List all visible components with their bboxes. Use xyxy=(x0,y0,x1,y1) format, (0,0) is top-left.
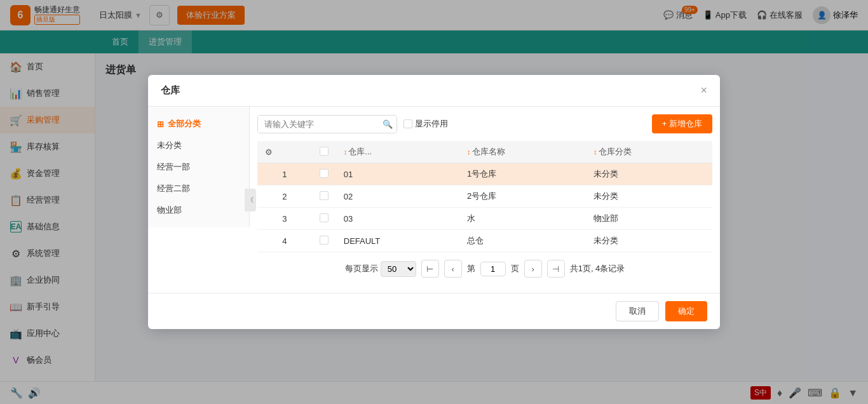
pagination: 每页显示 50 10 20 100 ⊢ ‹ 第 页 › ⊣ xyxy=(257,252,712,285)
add-warehouse-button[interactable]: + 新增仓库 xyxy=(652,114,712,133)
close-icon[interactable]: × xyxy=(700,84,707,97)
prev-page-button[interactable]: ‹ xyxy=(444,260,462,278)
row-name: 1号仓库 xyxy=(459,163,586,185)
table-row[interactable]: 2 02 2号仓库 未分类 xyxy=(257,185,712,208)
row-num: 4 xyxy=(257,230,312,252)
search-box: 🔍 xyxy=(257,115,397,133)
row-category: 物业部 xyxy=(586,208,712,230)
row-select-checkbox[interactable] xyxy=(320,236,329,245)
sort-icon-name: ↕ xyxy=(467,148,471,156)
show-disabled-toggle[interactable]: 显示停用 xyxy=(403,118,448,130)
category-operations1[interactable]: 经营一部 xyxy=(148,156,249,178)
table-area: 🔍 显示停用 + 新增仓库 ⚙ xyxy=(250,107,720,293)
search-input[interactable] xyxy=(258,116,377,133)
category-sidebar: ⊞ 全部分类 未分类 经营一部 经营二部 物业部 xyxy=(148,107,250,227)
warehouse-table: ⚙ ↕仓库... ↕仓库名称 xyxy=(257,141,712,252)
row-code: 03 xyxy=(336,208,459,230)
table-row[interactable]: 4 DEFAULT 总仓 未分类 xyxy=(257,230,712,252)
table-row[interactable]: 3 03 水 物业部 xyxy=(257,208,712,230)
category-operations2[interactable]: 经营二部 xyxy=(148,178,249,199)
per-page-select[interactable]: 50 10 20 100 xyxy=(381,261,416,277)
row-code: DEFAULT xyxy=(336,230,459,252)
cancel-button[interactable]: 取消 xyxy=(616,301,659,321)
grid-icon: ⊞ xyxy=(157,119,164,129)
per-page-selector: 每页显示 50 10 20 100 xyxy=(345,261,416,277)
show-disabled-checkbox[interactable] xyxy=(403,119,412,128)
row-name: 总仓 xyxy=(459,230,586,252)
row-code: 02 xyxy=(336,185,459,208)
row-code: 01 xyxy=(336,163,459,185)
row-num: 2 xyxy=(257,185,312,208)
search-icon[interactable]: 🔍 xyxy=(377,116,397,133)
row-select-checkbox[interactable] xyxy=(320,213,329,222)
page-number-input[interactable] xyxy=(480,262,506,276)
first-page-button[interactable]: ⊢ xyxy=(421,260,439,278)
row-select-checkbox[interactable] xyxy=(320,169,329,178)
table-toolbar: 🔍 显示停用 + 新增仓库 xyxy=(257,114,712,133)
row-num: 1 xyxy=(257,163,312,185)
row-category: 未分类 xyxy=(586,185,712,208)
select-all-checkbox[interactable] xyxy=(320,147,329,156)
last-page-button[interactable]: ⊣ xyxy=(547,260,565,278)
th-settings: ⚙ xyxy=(257,141,312,163)
row-checkbox[interactable] xyxy=(312,208,336,230)
modal-header: 仓库 × xyxy=(148,75,720,107)
next-page-button[interactable]: › xyxy=(524,260,542,278)
modal-body: ⊞ 全部分类 未分类 经营一部 经营二部 物业部 《 🔍 xyxy=(148,107,720,293)
row-category: 未分类 xyxy=(586,163,712,185)
category-all[interactable]: ⊞ 全部分类 xyxy=(148,113,249,135)
th-category: ↕仓库分类 xyxy=(586,141,712,163)
sort-icon: ↕ xyxy=(344,148,348,156)
sort-icon-cat: ↕ xyxy=(593,148,597,156)
row-name: 水 xyxy=(459,208,586,230)
category-property[interactable]: 物业部 xyxy=(148,199,249,221)
th-name: ↕仓库名称 xyxy=(459,141,586,163)
confirm-button[interactable]: 确定 xyxy=(665,301,707,321)
modal-overlay: 仓库 × ⊞ 全部分类 未分类 经营一部 经营二部 物业部 《 xyxy=(0,0,868,404)
gear-icon: ⚙ xyxy=(265,147,273,157)
th-code: ↕仓库... xyxy=(336,141,459,163)
table-row[interactable]: 1 01 1号仓库 未分类 xyxy=(257,163,712,185)
row-checkbox[interactable] xyxy=(312,163,336,185)
table-header-row: ⚙ ↕仓库... ↕仓库名称 xyxy=(257,141,712,163)
modal-footer: 取消 确定 xyxy=(148,293,720,329)
table-container: ⚙ ↕仓库... ↕仓库名称 xyxy=(257,141,712,252)
modal-title: 仓库 xyxy=(161,84,180,97)
row-select-checkbox[interactable] xyxy=(320,191,329,200)
category-unclassified[interactable]: 未分类 xyxy=(148,135,249,156)
row-checkbox[interactable] xyxy=(312,230,336,252)
th-checkbox xyxy=(312,141,336,163)
row-name: 2号仓库 xyxy=(459,185,586,208)
row-checkbox[interactable] xyxy=(312,185,336,208)
row-category: 未分类 xyxy=(586,230,712,252)
row-num: 3 xyxy=(257,208,312,230)
warehouse-modal: 仓库 × ⊞ 全部分类 未分类 经营一部 经营二部 物业部 《 xyxy=(148,75,720,329)
collapse-sidebar-button[interactable]: 《 xyxy=(245,189,256,212)
